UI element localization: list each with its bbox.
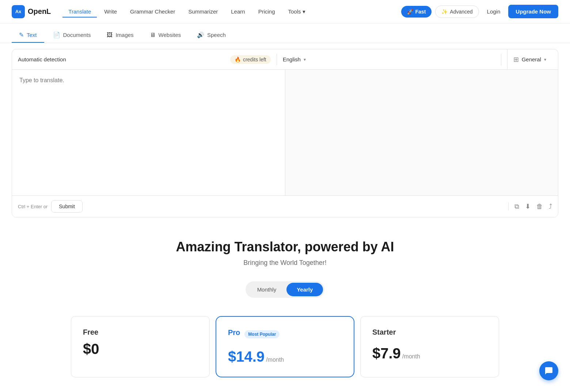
credits-label: credits left	[243, 57, 266, 62]
websites-tab-icon: 🖥	[150, 32, 156, 38]
nav-translate[interactable]: Translate	[62, 5, 97, 18]
tabs-bar: ✎ Text 📄 Documents 🖼 Images 🖥 Websites 🔊…	[0, 23, 570, 43]
plan-pro-price-row: $14.9 /month	[228, 344, 342, 365]
navbar: Ax OpenL Translate Write Grammar Checker…	[0, 0, 570, 23]
rocket-icon: 🚀	[407, 9, 413, 15]
source-textarea[interactable]	[19, 77, 278, 187]
yearly-toggle[interactable]: Yearly	[286, 283, 323, 296]
header-divider	[277, 54, 277, 65]
plan-starter-price-row: $7.9 /month	[372, 341, 487, 362]
plan-starter: Starter $7.9 /month	[360, 316, 499, 377]
translator-header: Automatic detection 🔥 credits left Engli…	[12, 49, 558, 70]
nav-tools[interactable]: Tools ▾	[282, 5, 311, 18]
chat-bubble-button[interactable]	[539, 361, 558, 380]
fast-button[interactable]: 🚀 Fast	[401, 6, 432, 18]
plan-starter-title: Starter	[372, 328, 487, 336]
text-tab-icon: ✎	[19, 31, 24, 38]
fire-icon: 🔥	[235, 57, 241, 62]
upgrade-button[interactable]: Upgrade Now	[508, 5, 558, 18]
shortcut-text: Ctrl + Enter or	[18, 204, 48, 209]
translator-body	[12, 70, 558, 195]
nav-pricing[interactable]: Pricing	[252, 5, 281, 18]
mode-dropdown-arrow: ▾	[544, 57, 546, 62]
tab-speech[interactable]: 🔊 Speech	[190, 28, 233, 43]
nav-links: Translate Write Grammar Checker Summariz…	[62, 5, 311, 18]
plan-pro-title: Pro	[228, 328, 240, 337]
login-button[interactable]: Login	[483, 5, 505, 18]
translator-container: Automatic detection 🔥 credits left Engli…	[12, 49, 558, 217]
translator-section: Automatic detection 🔥 credits left Engli…	[0, 43, 570, 217]
plan-starter-period: /month	[402, 353, 420, 360]
images-tab-icon: 🖼	[107, 32, 113, 38]
pricing-subtitle: Bringing the World Together!	[29, 259, 541, 267]
documents-tab-icon: 📄	[53, 31, 60, 38]
source-language-label: Automatic detection	[18, 56, 230, 62]
tab-text[interactable]: ✎ Text	[12, 28, 44, 43]
plan-free-price: $0	[83, 341, 198, 357]
plan-pro: Pro Most Popular $14.9 /month	[216, 316, 354, 377]
nav-summarizer[interactable]: Summarizer	[182, 5, 224, 18]
speech-tab-icon: 🔊	[197, 31, 204, 38]
monthly-toggle[interactable]: Monthly	[247, 283, 287, 296]
chevron-down-icon: ▾	[303, 8, 305, 15]
lang-dropdown-arrow: ▾	[304, 57, 306, 62]
download-icon[interactable]: ⬇	[525, 202, 531, 210]
general-select-area[interactable]: ⊞ General ▾	[507, 49, 552, 69]
grid-icon: ⊞	[513, 56, 519, 64]
nav-learn[interactable]: Learn	[225, 5, 251, 18]
tab-images[interactable]: 🖼 Images	[99, 28, 141, 43]
logo-text: OpenL	[28, 7, 51, 16]
nav-right: 🚀 Fast ✨ Advanced Login Upgrade Now	[401, 5, 558, 18]
most-popular-badge: Most Popular	[244, 330, 280, 338]
right-footer-actions: ⧉ ⬇ 🗑 ⤴	[508, 202, 552, 210]
share-icon[interactable]: ⤴	[549, 203, 552, 210]
plan-free-title: Free	[83, 328, 198, 336]
header-divider2	[501, 54, 501, 65]
target-lang-area[interactable]: English ▾	[283, 56, 495, 62]
source-text-panel	[12, 70, 285, 195]
logo-area[interactable]: Ax OpenL	[12, 5, 51, 18]
plan-pro-period: /month	[266, 357, 284, 363]
mode-label: General	[522, 56, 541, 62]
plan-starter-price: $7.9	[372, 345, 401, 362]
plan-pro-header: Pro Most Popular	[228, 328, 342, 340]
nav-grammar[interactable]: Grammar Checker	[124, 5, 181, 18]
billing-toggle: Monthly Yearly	[246, 281, 325, 298]
source-lang-area: Automatic detection	[18, 56, 230, 62]
credits-badge: 🔥 credits left	[230, 55, 271, 64]
target-text-panel	[285, 70, 558, 195]
translator-footer: Ctrl + Enter or Submit ⧉ ⬇ 🗑 ⤴	[12, 195, 558, 217]
nav-write[interactable]: Write	[98, 5, 123, 18]
sparkle-icon: ✨	[441, 9, 448, 15]
pricing-title: Amazing Translator, powered by AI	[29, 239, 541, 255]
logo-icon: Ax	[12, 5, 25, 18]
pricing-cards: Free $0 Pro Most Popular $14.9 /month St…	[29, 316, 541, 377]
tab-websites[interactable]: 🖥 Websites	[142, 28, 188, 43]
copy-icon[interactable]: ⧉	[514, 203, 519, 210]
tab-documents[interactable]: 📄 Documents	[46, 28, 98, 43]
submit-button[interactable]: Submit	[51, 200, 83, 213]
delete-icon[interactable]: 🗑	[536, 203, 543, 210]
pricing-section: Amazing Translator, powered by AI Bringi…	[0, 217, 570, 392]
target-language-label: English	[283, 56, 301, 62]
advanced-button[interactable]: ✨ Advanced	[435, 5, 479, 18]
plan-free: Free $0	[71, 316, 210, 377]
plan-pro-price: $14.9	[228, 349, 265, 365]
